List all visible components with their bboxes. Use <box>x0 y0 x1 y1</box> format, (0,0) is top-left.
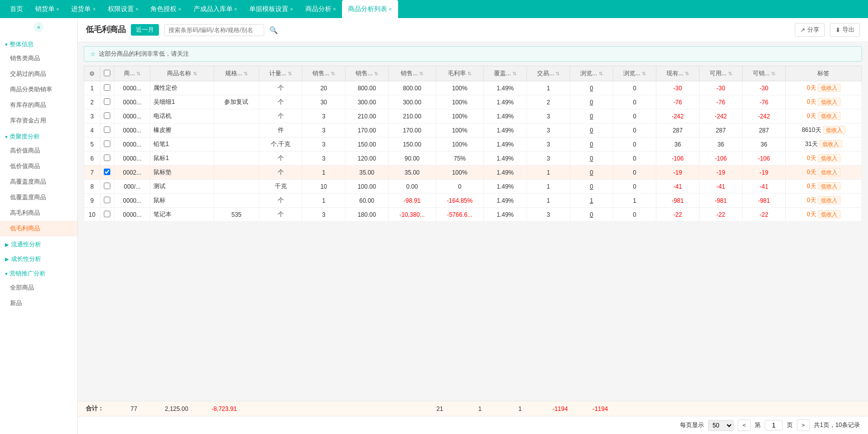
sidebar-item-stock-capital[interactable]: 库存资金占用 <box>0 113 77 128</box>
row-select[interactable] <box>104 183 110 189</box>
th-price: 销售... ⇅ <box>345 66 389 81</box>
export-button[interactable]: ⬇ 导出 <box>830 23 860 37</box>
row-trade[interactable]: 0 <box>570 123 613 137</box>
row-name: 吴细细1 <box>150 95 214 109</box>
row-tag: 低收入 <box>818 182 840 190</box>
nav-close-goods-analysis[interactable]: × <box>333 6 336 12</box>
row-select[interactable] <box>104 155 110 161</box>
row-select[interactable] <box>104 126 110 133</box>
nav-purchase[interactable]: 进货单 × <box>65 0 101 18</box>
row-select[interactable] <box>104 112 110 119</box>
sidebar-item-high-value[interactable]: 高价值商品 <box>0 143 77 159</box>
export-icon: ⬇ <box>835 27 840 34</box>
row-checkbox[interactable] <box>100 109 114 123</box>
row-select[interactable] <box>104 211 110 217</box>
row-select[interactable] <box>104 98 110 105</box>
row-select[interactable] <box>104 169 110 175</box>
row-checkbox[interactable] <box>100 95 114 109</box>
sidebar-group-flow[interactable]: ▶ 流通性分析 <box>0 236 77 251</box>
search-input[interactable] <box>164 24 264 36</box>
select-all-checkbox[interactable] <box>104 70 110 76</box>
nav-close-sales[interactable]: × <box>56 6 59 12</box>
row-trade[interactable]: 0 <box>570 81 613 95</box>
sidebar-group-cluster[interactable]: ▾ 类聚度分析 <box>0 128 77 143</box>
row-trade[interactable]: 0 <box>570 208 613 222</box>
nav-close-template[interactable]: × <box>290 6 293 12</box>
sidebar-item-all-goods[interactable]: 全部商品 <box>0 280 77 296</box>
nav-close-goods-analysis-list[interactable]: × <box>389 6 392 12</box>
row-num: 3 <box>84 109 100 123</box>
sidebar-group-overall[interactable]: ▾ 整体信息 <box>0 36 77 51</box>
row-coverage: 3 <box>527 208 570 222</box>
share-button[interactable]: ↗ 分享 <box>795 23 825 37</box>
sidebar-item-traded-goods[interactable]: 交易过的商品 <box>0 66 77 82</box>
row-select[interactable] <box>104 140 110 147</box>
row-name: 橡皮擦 <box>150 123 214 137</box>
sidebar-item-new-goods[interactable]: 新品 <box>0 296 77 311</box>
row-trade[interactable]: 1 <box>570 194 613 208</box>
nav-goods-analysis[interactable]: 商品分析 × <box>299 0 342 18</box>
nav-goods-analysis-list[interactable]: 商品分析列表 × <box>342 0 398 18</box>
sidebar-item-high-margin[interactable]: 高毛利商品 <box>0 205 77 221</box>
row-tag: 低收入 <box>823 126 845 134</box>
row-trade[interactable]: 0 <box>570 109 613 123</box>
row-amount: 800.00 <box>389 81 436 95</box>
row-code: 0000... <box>114 95 150 109</box>
nav-sales[interactable]: 销货单 × <box>29 0 65 18</box>
row-unit: 个,千克 <box>259 137 302 152</box>
row-days: 0天 低收入 <box>785 166 861 180</box>
nav-role[interactable]: 角色授权 × <box>144 0 187 18</box>
search-button[interactable]: 🔍 <box>269 26 278 34</box>
row-checkbox[interactable] <box>100 208 114 222</box>
row-select[interactable] <box>104 197 110 203</box>
prev-page-button[interactable]: ＜ <box>738 419 751 431</box>
row-checkbox[interactable] <box>100 166 114 180</box>
row-trade[interactable]: 0 <box>570 166 613 180</box>
sidebar-item-low-coverage[interactable]: 低覆盖度商品 <box>0 190 77 205</box>
nav-close-product-in[interactable]: × <box>234 6 237 12</box>
row-code: 0000... <box>114 208 150 222</box>
nav-close-purchase[interactable]: × <box>92 6 95 12</box>
row-trade[interactable]: 0 <box>570 180 613 194</box>
period-button[interactable]: 近一月 <box>131 24 159 36</box>
next-page-button[interactable]: ＞ <box>797 419 810 431</box>
th-checkbox[interactable] <box>100 66 114 81</box>
sidebar-group-marketing[interactable]: ▾ 营销推广分析 <box>0 265 77 280</box>
page-size-select[interactable]: 50 100 200 <box>708 420 734 431</box>
row-checkbox[interactable] <box>100 194 114 208</box>
row-checkbox[interactable] <box>100 81 114 95</box>
table-row: 9 0000... 鼠标 个 1 60.00 -98.91 -164.85% 1… <box>84 194 862 208</box>
row-checkbox[interactable] <box>100 180 114 194</box>
row-checkbox[interactable] <box>100 123 114 137</box>
sidebar-group-growth[interactable]: ▶ 成长性分析 <box>0 251 77 265</box>
sidebar-item-low-margin[interactable]: 低毛利商品 <box>0 221 77 236</box>
nav-permission[interactable]: 权限设置 × <box>102 0 144 18</box>
row-trade[interactable]: 0 <box>570 95 613 109</box>
row-select[interactable] <box>104 84 110 91</box>
nav-product-in[interactable]: 产成品入库单 × <box>188 0 243 18</box>
sidebar-collapse-btn[interactable]: « <box>34 22 44 32</box>
sidebar-item-sales-goods[interactable]: 销售类商品 <box>0 51 77 66</box>
nav-home[interactable]: 首页 <box>4 0 29 18</box>
row-trade[interactable]: 0 <box>570 137 613 152</box>
page-number-input[interactable] <box>765 420 783 430</box>
nav-close-role[interactable]: × <box>178 6 181 12</box>
row-code: 0000... <box>114 152 150 166</box>
sidebar-item-category-rate[interactable]: 商品分类助销率 <box>0 82 77 97</box>
sidebar-item-stock-goods[interactable]: 有库存的商品 <box>0 97 77 113</box>
row-margin: 1.49% <box>484 166 527 180</box>
nav-template[interactable]: 单据模板设置 × <box>243 0 299 18</box>
row-qty: 30 <box>302 95 345 109</box>
row-stock: -981 <box>699 194 742 208</box>
nav-close-permission[interactable]: × <box>135 6 138 12</box>
footer-label: 合计： <box>86 404 104 413</box>
th-settings[interactable]: ⚙ <box>84 66 100 81</box>
th-unit: 计量... ⇅ <box>259 66 302 81</box>
row-browse2: -41 <box>656 180 699 194</box>
row-checkbox[interactable] <box>100 152 114 166</box>
sidebar-item-high-coverage[interactable]: 高覆盖度商品 <box>0 174 77 190</box>
sidebar-item-low-value[interactable]: 低价值商品 <box>0 159 77 174</box>
row-trade[interactable]: 0 <box>570 152 613 166</box>
row-checkbox[interactable] <box>100 137 114 152</box>
row-name: 鼠标 <box>150 194 214 208</box>
